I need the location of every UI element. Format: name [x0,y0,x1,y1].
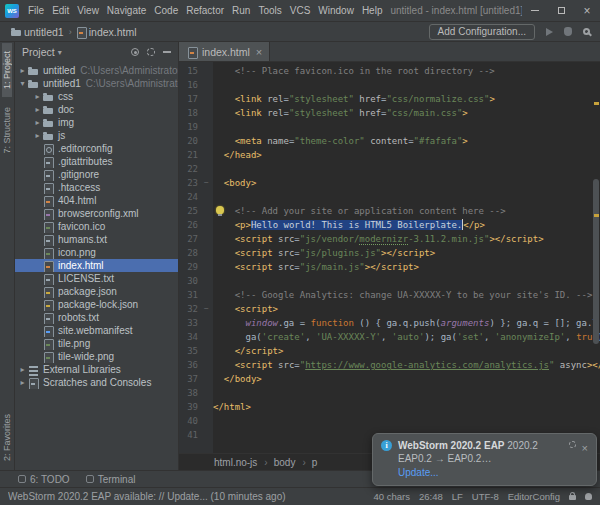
line-number[interactable]: 16 [179,78,202,92]
tool-button-2-favorites[interactable]: 2: Favorites [2,406,12,469]
code-text[interactable]: </script> [211,344,600,358]
tool-button-7-structure[interactable]: 7: Structure [2,99,12,162]
debug-icon[interactable] [564,27,572,36]
line-number[interactable]: 39 [179,400,202,414]
tree-item-404-html[interactable]: 404.html [15,194,178,207]
menu-view[interactable]: View [73,0,103,21]
code-text[interactable]: <link rel="stylesheet" href="css/main.cs… [211,106,600,120]
maximize-button[interactable] [548,0,574,21]
line-number[interactable]: 32 [179,302,202,316]
minimize-button[interactable] [522,0,548,21]
project-view-selector[interactable]: Project [22,46,62,58]
code-text[interactable]: </head> [211,148,600,162]
code-editor[interactable]: 15 <!-- Place favicon.ico in the root di… [179,62,600,453]
tool-button-6-todo[interactable]: 6: TODO [18,474,70,485]
tree-item-external-libraries[interactable]: ▸External Libraries [15,363,178,376]
balloon-close-icon[interactable] [582,438,588,456]
tree-item-doc[interactable]: ▸doc [15,103,178,116]
code-text[interactable]: </body> [211,372,600,386]
menu-file[interactable]: File [24,0,48,21]
tree-item-img[interactable]: ▸img [15,116,178,129]
fold-marker-icon[interactable]: − [202,176,211,190]
menu-tools[interactable]: Tools [254,0,285,21]
breadcrumb-body[interactable]: body [271,457,309,468]
menu-vcs[interactable]: VCS [286,0,315,21]
tree-item-untitled1[interactable]: ▾untitled1C:\Users\Administrator [15,77,178,90]
intention-bulb-icon[interactable] [216,206,224,214]
line-number[interactable]: 21 [179,148,202,162]
line-number[interactable]: 25 [179,204,202,218]
tree-item-tile-png[interactable]: tile.png [15,337,178,350]
breadcrumb-html-no-js[interactable]: html.no-js [211,457,271,468]
notifications-bell-icon[interactable] [585,493,592,500]
tree-item-package-json[interactable]: package.json [15,285,178,298]
menu-window[interactable]: Window [314,0,358,21]
line-number[interactable]: 40 [179,414,202,428]
line-number[interactable]: 36 [179,358,202,372]
breadcrumb-file[interactable]: index.html [89,26,137,38]
line-number[interactable]: 34 [179,330,202,344]
status-utf-8[interactable]: UTF-8 [472,491,499,502]
code-text[interactable] [211,274,600,288]
chevron-down-icon[interactable]: ▾ [18,77,27,90]
tree-item-gitattributes[interactable]: .gitattributes [15,155,178,168]
tree-item-humans-txt[interactable]: humans.txt [15,233,178,246]
status-message[interactable]: WebStorm 2020.2 EAP available: // Update… [8,491,286,502]
code-text[interactable]: <script src="js/vendor/modernizr-3.11.2.… [211,232,600,246]
code-text[interactable]: <script src="js/main.js"></script> [211,260,600,274]
tree-item-site-webmanifest[interactable]: site.webmanifest [15,324,178,337]
lock-icon[interactable] [569,495,576,500]
line-number[interactable]: 33 [179,316,202,330]
status-40-chars[interactable]: 40 chars [373,491,409,502]
line-number[interactable]: 18 [179,106,202,120]
search-icon[interactable] [583,28,590,35]
code-text[interactable]: <p>Hello world! This is HTML5 Boilerplat… [211,218,600,232]
code-text[interactable]: <!-- Add your site or application conten… [211,204,600,218]
status-26-48[interactable]: 26:48 [419,491,443,502]
menu-help[interactable]: Help [358,0,387,21]
settings-gear-icon[interactable] [147,48,155,56]
line-number[interactable]: 27 [179,232,202,246]
breadcrumb-p[interactable]: p [309,457,321,468]
code-text[interactable]: <meta name="theme-color" content="#fafaf… [211,134,600,148]
editor-scrollbar[interactable] [592,62,600,453]
tree-item-tile-wide-png[interactable]: tile-wide.png [15,350,178,363]
tree-item-package-lock-json[interactable]: package-lock.json [15,298,178,311]
line-number[interactable]: 20 [179,134,202,148]
code-text[interactable]: <script> [211,302,600,316]
chevron-right-icon[interactable]: ▸ [18,64,27,77]
code-text[interactable] [211,190,600,204]
chevron-right-icon[interactable]: ▸ [18,376,27,389]
chevron-right-icon[interactable]: ▸ [33,90,42,103]
fold-marker-icon[interactable]: − [202,302,211,316]
tree-item-robots-txt[interactable]: robots.txt [15,311,178,324]
tree-item-favicon-ico[interactable]: favicon.ico [15,220,178,233]
code-text[interactable]: window.ga = function () { ga.q.push(argu… [211,316,600,330]
line-number[interactable]: 22 [179,162,202,176]
update-link[interactable]: Update... [398,466,439,479]
status-editorconfig[interactable]: EditorConfig [508,491,560,502]
line-number[interactable]: 37 [179,372,202,386]
line-number[interactable]: 24 [179,190,202,204]
menu-code[interactable]: Code [150,0,182,21]
tree-item-js[interactable]: ▸js [15,129,178,142]
line-number[interactable]: 29 [179,260,202,274]
line-number[interactable]: 31 [179,288,202,302]
code-text[interactable]: ga('create', 'UA-XXXXX-Y', 'auto'); ga('… [211,330,600,344]
code-text[interactable] [211,386,600,400]
code-text[interactable]: </html> [211,400,600,414]
tree-item-untitled[interactable]: ▸untitledC:\Users\Administrator [15,64,178,77]
tab-index-html[interactable]: index.html [179,42,270,61]
chevron-right-icon[interactable]: ▸ [33,103,42,116]
code-text[interactable] [211,414,600,428]
menu-refactor[interactable]: Refactor [182,0,228,21]
menu-run[interactable]: Run [228,0,254,21]
add-configuration-button[interactable]: Add Configuration... [429,24,535,40]
line-number[interactable]: 38 [179,386,202,400]
tree-item-scratches-and-consoles[interactable]: ▸Scratches and Consoles [15,376,178,389]
tool-button-terminal[interactable]: Terminal [86,474,136,485]
tree-item-license-txt[interactable]: LICENSE.txt [15,272,178,285]
code-text[interactable]: <link rel="stylesheet" href="css/normali… [211,92,600,106]
tool-button-1-project[interactable]: 1: Project [2,43,12,97]
run-icon[interactable] [546,28,553,36]
